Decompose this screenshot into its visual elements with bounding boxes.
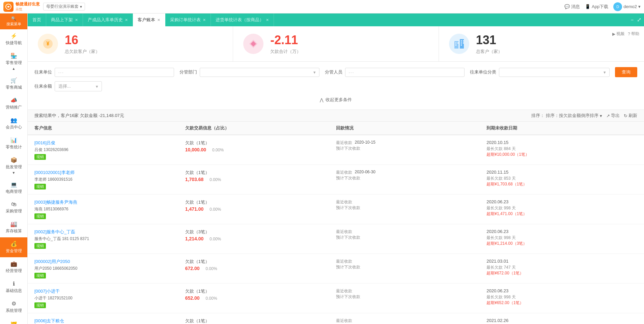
tab-close-icon[interactable]: ✕: [125, 18, 128, 22]
video-button[interactable]: ▶ 视频: [612, 31, 624, 37]
table-row: [000002]用户2050 用户2050 18665062050 现销 欠款（…: [28, 254, 644, 284]
sidebar-item-system[interactable]: ⚙ 系统管理: [0, 297, 27, 317]
debt-percent: 0.00%: [209, 207, 221, 212]
tab-import-stats[interactable]: 进货单统计表（按商品） ✕: [211, 13, 274, 26]
tab-product-offline[interactable]: 商品上下架 ✕: [46, 13, 83, 26]
tab-label: 采购订单统计表: [170, 17, 201, 23]
sidebar-item-retail-mgmt[interactable]: 🏪 零售管理 ▲: [0, 49, 27, 74]
debt-count: 欠款（1笔）: [185, 170, 336, 176]
logo-text: 畅捷通好生意: [16, 1, 40, 7]
customer-contact: 李老师 18600391516: [34, 177, 185, 182]
export-button[interactable]: ↗ 导出: [606, 113, 620, 119]
customer-info: [0016]吕俊 吕俊 13026203696 现销: [34, 140, 185, 160]
user-menu[interactable]: D demo2 ▾: [613, 2, 641, 11]
tab-close-icon[interactable]: ✕: [157, 18, 160, 22]
company-selector[interactable]: 母婴行业演示账套 ▾: [43, 3, 85, 10]
collapse-button[interactable]: ⋀ 收起更多条件: [34, 95, 637, 104]
tab-close-icon[interactable]: ✕: [266, 18, 269, 22]
tab-product-history[interactable]: 产成品入库单历史 ✕: [83, 13, 133, 26]
debt-count: 欠款（1笔）: [185, 288, 336, 294]
customer-info: [0001020001]李老师 李老师 18600391516 现销: [34, 170, 185, 189]
tab-close-icon[interactable]: ✕: [203, 18, 206, 22]
next-payment-label: 预计下次收款: [336, 205, 487, 211]
search-button[interactable]: 查询: [615, 67, 637, 77]
svg-rect-10: [461, 40, 462, 41]
overdue-info: 2021.02.26 最长欠款 750 天 超期¥455.90（1笔）: [486, 318, 637, 324]
customer-contact: 海燕 18513066976: [34, 206, 185, 212]
customer-name[interactable]: [0016]吕俊: [34, 140, 185, 146]
tab-purchase-stats[interactable]: 采购订单统计表 ✕: [165, 13, 211, 26]
computer-icon: 💻: [10, 181, 17, 188]
customer-name[interactable]: [0003]畅捷服务尹海燕: [34, 199, 185, 205]
tab-customer-account[interactable]: 客户账本 ✕: [133, 13, 165, 26]
tab-label: 进货单统计表（按商品）: [216, 17, 264, 23]
person-input[interactable]: ···: [345, 68, 465, 77]
message-button[interactable]: 💬 消息: [564, 4, 580, 10]
sidebar-item-ecommerce[interactable]: 💻 电商管理: [0, 178, 27, 198]
customer-tag: 现销: [34, 243, 46, 249]
customer-name[interactable]: [0002]服务中心_丁磊: [34, 229, 185, 235]
sidebar-item-label: 系统管理: [6, 308, 22, 314]
app-label: App下载: [592, 4, 608, 10]
sidebar-item-inventory[interactable]: 🏭 库存核算: [0, 217, 27, 237]
sidebar-item-enterprise-coop[interactable]: 🤝 企业协同: [0, 317, 27, 324]
sidebar-item-quick-nav[interactable]: ⚡ 快捷导航: [0, 29, 27, 49]
debt-info: 欠款（1笔） 10,000.00 0.00%: [185, 140, 336, 152]
overdue-amount[interactable]: 超期¥1,471.00（1笔）: [486, 211, 637, 217]
overdue-amount[interactable]: 超期¥1,214.00（3笔）: [486, 241, 637, 246]
dept-select[interactable]: ▾: [200, 68, 319, 77]
debt-percent: 0.00%: [206, 296, 217, 301]
sidebar-item-basic-info[interactable]: ℹ 基础信息: [0, 277, 27, 297]
col-header-debt: 欠款交易信息（占比）: [185, 125, 336, 131]
sidebar-item-retail-stats[interactable]: 📊 零售统计: [0, 134, 27, 153]
table-row: [0001020001]李老师 李老师 18600391516 现销 欠款（1笔…: [28, 165, 644, 195]
overdue-info: 2020.10.15 最长欠款 884 天 超期¥10,000.00（1笔）: [486, 140, 637, 157]
tab-close-icon[interactable]: ✕: [75, 18, 78, 22]
overdue-amount[interactable]: 超期¥10,000.00（1笔）: [486, 152, 637, 157]
customer-name[interactable]: [0001020001]李老师: [34, 170, 185, 176]
sidebar-item-finance[interactable]: 💰 资金管理: [0, 237, 27, 257]
sidebar-item-purchase[interactable]: 🛍 采购管理: [0, 198, 27, 217]
customer-name[interactable]: [000002]用户2050: [34, 259, 185, 265]
debt-info: 欠款（1笔） 672.00 0.00%: [185, 259, 336, 271]
refresh-button[interactable]: ↻ 刷新: [624, 113, 637, 119]
from-unit-input[interactable]: ···: [55, 68, 174, 77]
sidebar-item-label: 采购管理: [6, 208, 22, 214]
sidebar-item-retail-store[interactable]: 🛒 零售商城: [0, 74, 27, 94]
customer-tag: 现销: [34, 213, 46, 219]
sidebar-item-batch-mgmt[interactable]: 📦 批发管理 ▼: [0, 153, 27, 178]
unit-class-select[interactable]: ▾: [499, 68, 610, 77]
person-label: 分管人员: [325, 69, 342, 75]
expand-icon[interactable]: ⤢: [637, 17, 641, 24]
chevron-down-icon: ▾: [96, 84, 98, 89]
help-button[interactable]: ? 帮助: [628, 31, 639, 37]
overdue-amount[interactable]: 超期¥672.00（1笔）: [486, 270, 637, 276]
message-label: 消息: [571, 4, 580, 10]
app-download-button[interactable]: 📱 App下载: [585, 4, 608, 10]
customer-contact: 服务中心_丁磊 181 0125 8371: [34, 236, 185, 242]
briefcase-icon: 💼: [10, 261, 17, 267]
balance-select[interactable]: 选择... ▾: [55, 81, 102, 91]
sidebar-item-marketing[interactable]: 📣 营销推广: [0, 94, 27, 114]
minus-icon[interactable]: －: [629, 17, 635, 24]
mobile-icon: 📱: [585, 4, 590, 9]
svg-rect-8: [455, 45, 456, 46]
shop-icon: 🏪: [10, 53, 17, 59]
diamond-icon: [243, 34, 263, 54]
collapse-label: 收起更多条件: [326, 97, 352, 103]
svg-text:¥: ¥: [47, 41, 50, 47]
sort-selector[interactable]: 排序： 排序：按欠款金额倒序排序 ▾: [531, 113, 602, 119]
customer-name[interactable]: [0007]小进干: [34, 288, 185, 294]
sidebar-search[interactable]: 🔍 搜索菜单: [0, 13, 27, 29]
overdue-amount[interactable]: 超期¥1,703.68（1笔）: [486, 181, 637, 187]
sidebar-item-member[interactable]: 👥 会员中心: [0, 114, 27, 134]
customer-name[interactable]: [0006]去下粮仓: [34, 318, 185, 324]
customer-contact: 用户2050 18665062050: [34, 266, 185, 271]
overdue-info: 2020.06.23 最长欠款 998 天 超期¥652.00（1笔）: [486, 288, 637, 306]
sidebar: 🔍 搜索菜单 ⚡ 快捷导航 🏪 零售管理 ▲ 🛒 零售商城 📣 营销推广 �: [0, 13, 28, 324]
col-header-recovery: 回款情况: [336, 125, 487, 131]
debt-info: 欠款（1笔） 652.00 0.00%: [185, 288, 336, 301]
tab-home[interactable]: 首页: [28, 13, 46, 26]
overdue-amount[interactable]: 超期¥652.00（1笔）: [486, 300, 637, 306]
sidebar-item-operations[interactable]: 💼 经营管理: [0, 257, 27, 277]
